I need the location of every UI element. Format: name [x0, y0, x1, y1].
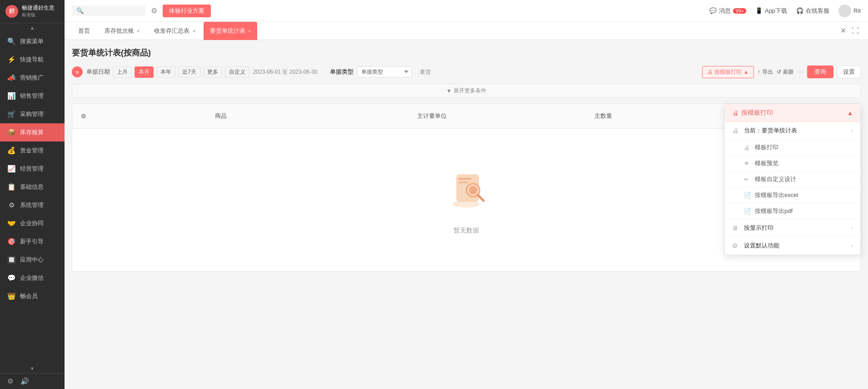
logo-icon: 好 — [5, 5, 18, 18]
search-box[interactable]: 🔍 — [72, 5, 145, 16]
app-download-link[interactable]: 📱 App下载 — [755, 7, 787, 15]
dropdown-export-pdf[interactable]: 📄 按模板导出pdf — [725, 203, 860, 219]
sidebar-item-sales[interactable]: 📊 销售管理 — [0, 87, 65, 105]
purchase-icon: 🛒 — [7, 110, 15, 118]
export-pdf-label: 按模板导出pdf — [755, 207, 793, 215]
sidebar-item-marketing[interactable]: 📣 营销推广 — [0, 69, 65, 87]
chevron-up-icon[interactable]: ▲ — [847, 110, 853, 116]
current-template-arrow: › — [851, 127, 853, 134]
tab-inventory-batch-close[interactable]: × — [137, 28, 140, 34]
messages-link[interactable]: 💬 消息 99+ — [709, 7, 746, 15]
operations-icon: 📈 — [7, 165, 15, 173]
template-preview-label: 模板预览 — [755, 159, 778, 167]
dropdown-template-design[interactable]: ✏ 模板自定义设计 — [725, 172, 860, 187]
sidebar-item-inventory[interactable]: 📦 库存核算 — [0, 123, 65, 141]
gear-icon-top[interactable]: ⚙ — [151, 6, 157, 15]
sidebar-item-search[interactable]: 🔍 搜索菜单 — [0, 32, 65, 51]
export-btn[interactable]: ↑ 导出 — [758, 68, 773, 76]
empty-text: 暂无数据 — [454, 227, 479, 235]
date-btn-prev[interactable]: 上月 — [113, 66, 132, 78]
date-btn-more[interactable]: 更多 — [203, 66, 222, 78]
inventory-icon: 📦 — [7, 128, 15, 136]
col-settings[interactable]: ⚙ — [72, 109, 95, 123]
sidebar-scroll-down[interactable]: ▼ — [0, 364, 65, 373]
date-btn-7days[interactable]: 近7天 — [178, 66, 200, 78]
sidebar-item-enterprise[interactable]: 🤝 企业协同 — [0, 214, 65, 232]
tab-close-window-btn[interactable]: ✕ — [838, 25, 848, 37]
empty-icon — [444, 165, 489, 219]
tab-home-label: 首页 — [78, 27, 90, 35]
sidebar-item-operations[interactable]: 📈 经营管理 — [0, 160, 65, 178]
export-icon: ↑ — [758, 69, 760, 75]
app-icon: 📱 — [755, 7, 763, 14]
tab-home[interactable]: 首页 — [72, 22, 96, 40]
date-btn-custom[interactable]: 自定义 — [225, 66, 249, 78]
template-design-label: 模板自定义设计 — [755, 175, 796, 183]
search-input[interactable] — [86, 7, 141, 14]
tab-order-stats-close[interactable]: × — [248, 28, 251, 34]
dropdown-header: 🖨 按模板打印 ▲ — [725, 104, 860, 122]
online-service-link[interactable]: 🎧 在线客服 — [796, 7, 829, 15]
sidebar-item-finance[interactable]: 💰 资金管理 — [0, 141, 65, 160]
template-print-icon: 🖨 — [744, 144, 751, 151]
sidebar-scroll-up[interactable]: ▲ — [0, 23, 65, 32]
sidebar-item-label: 应用中心 — [20, 256, 44, 264]
dropdown-template-preview[interactable]: 👁 模板预览 — [725, 156, 860, 172]
expand-arrow-icon: ▼ — [446, 88, 452, 94]
sidebar-item-member[interactable]: 👑 畅会员 — [0, 287, 65, 305]
settings-bottom-icon[interactable]: ⚙ — [7, 377, 13, 385]
tab-maximize-btn[interactable]: ⛶ — [850, 25, 861, 37]
print-template-label: 按模板打印 — [714, 68, 742, 76]
expand-more-row[interactable]: ▼ 展开更多条件 — [72, 84, 861, 98]
top-bar: 🔍 ⚙ 体验行业方案 💬 消息 99+ 📱 App下载 🎧 在线客服 Rit — [65, 0, 868, 22]
sidebar-item-label: 新手引导 — [20, 237, 44, 246]
date-btn-year[interactable]: 本年 — [156, 66, 175, 78]
settings-btn[interactable]: 设置 — [837, 66, 861, 78]
query-btn[interactable]: 查询 — [807, 66, 833, 78]
display-print-arrow: › — [851, 225, 853, 231]
date-filter-label: 单据日期 — [86, 68, 110, 76]
dropdown-display-print[interactable]: 🖥 按显示打印 › — [725, 219, 860, 237]
dropdown-set-default[interactable]: ⚙ 设置默认功能 › — [725, 237, 860, 255]
expand-toggle-btn[interactable]: » — [72, 66, 83, 77]
date-range-display: 2023-06-01 至 2023-06-30 — [253, 68, 317, 76]
tab-inventory-batch[interactable]: 库存批次账 × — [98, 22, 146, 40]
experience-btn[interactable]: 体验行业方案 — [163, 5, 211, 17]
sidebar-item-wechat[interactable]: 💬 企业微信 — [0, 269, 65, 287]
tab-order-stats[interactable]: 要货单统计表 × — [204, 22, 257, 40]
sidebar-item-system[interactable]: ⚙ 系统管理 — [0, 196, 65, 214]
dropdown-template-print[interactable]: 🖨 模板打印 — [725, 140, 860, 156]
sidebar-item-purchase[interactable]: 🛒 采购管理 — [0, 105, 65, 123]
refresh-btn[interactable]: ↺ 刷新 — [777, 68, 794, 76]
date-btn-current[interactable]: 本月 — [135, 66, 154, 78]
date-filter-group: 单据日期 上月 本月 本年 近7天 更多 自定义 — [86, 66, 249, 78]
more-options-btn[interactable]: ··· — [798, 68, 803, 76]
message-icon: 💬 — [709, 7, 717, 14]
online-service-label: 在线客服 — [806, 7, 829, 15]
wechat-icon: 💬 — [7, 274, 15, 282]
page-title: 要货单统计表(按商品) — [72, 47, 861, 58]
sidebar: 好 畅捷通好生意 标准版 ▲ 🔍 搜索菜单 ⚡ 快捷导航 📣 营销推广 📊 销售… — [0, 0, 65, 389]
sales-icon: 📊 — [7, 92, 15, 100]
sidebar-item-shortcut[interactable]: ⚡ 快捷导航 — [0, 51, 65, 69]
print-template-btn[interactable]: 🖨 按模板打印 ▲ — [702, 66, 754, 78]
display-print-left: 🖥 按显示打印 — [732, 224, 773, 232]
basics-icon: 📋 — [7, 183, 15, 191]
finance-icon: 💰 — [7, 147, 15, 155]
tab-receipts-summary[interactable]: 收发存汇总表 × — [148, 22, 201, 40]
dropdown-export-excel[interactable]: 📄 按模板导出excel — [725, 187, 860, 203]
user-avatar-area[interactable]: Rit — [838, 5, 861, 17]
shortcut-icon: ⚡ — [7, 56, 15, 64]
tabs-bar: 首页 库存批次账 × 收发存汇总表 × 要货单统计表 × ✕ ⛶ — [65, 22, 868, 40]
type-select[interactable]: 单据类型 — [357, 66, 412, 77]
dropdown-header-actions: ▲ — [847, 110, 853, 116]
audio-bottom-icon[interactable]: 🔊 — [20, 377, 29, 385]
top-bar-right: 💬 消息 99+ 📱 App下载 🎧 在线客服 Rit — [709, 5, 861, 17]
tab-receipts-summary-close[interactable]: × — [192, 28, 195, 34]
app-download-label: App下载 — [765, 7, 787, 15]
dropdown-title-label: 按模板打印 — [741, 109, 773, 117]
dropdown-current-template[interactable]: 🖨 当前：要货单统计表 › — [725, 122, 860, 140]
sidebar-item-apps[interactable]: 🔲 应用中心 — [0, 251, 65, 269]
sidebar-item-newbie[interactable]: 🎯 新手引导 — [0, 232, 65, 251]
sidebar-item-basics[interactable]: 📋 基础信息 — [0, 178, 65, 196]
